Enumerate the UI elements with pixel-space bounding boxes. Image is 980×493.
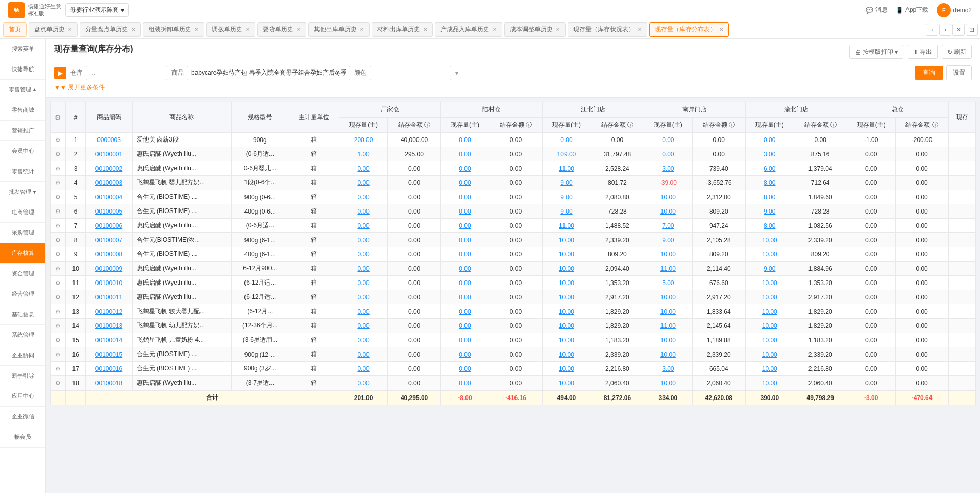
print-button[interactable]: 🖨 按模版打印 ▾: [849, 45, 903, 59]
row-settings[interactable]: ⚙: [51, 247, 66, 262]
close-icon[interactable]: ✕: [194, 27, 199, 32]
goods-input[interactable]: [187, 66, 350, 80]
tab-inventory-history[interactable]: 盘点单历史 ✕: [29, 22, 78, 37]
row-jiangbei-amount: 1,488.52: [591, 219, 644, 233]
sidebar-item-member-service[interactable]: 畅会员: [0, 427, 45, 448]
gear-icon[interactable]: ⚙: [55, 113, 61, 122]
close-icon[interactable]: ✕: [297, 27, 301, 32]
settings-column-header[interactable]: ⚙: [51, 102, 66, 133]
sidebar-item-ecommerce[interactable]: 电商管理: [0, 202, 45, 223]
search-collapse-button[interactable]: ▶: [54, 67, 66, 79]
expand-conditions-button[interactable]: ▼▼ 展开更多条件: [54, 83, 972, 92]
tab-stock-status[interactable]: 现存量（库存状况表） ✕: [568, 22, 647, 37]
sidebar-item-enterprise-wechat[interactable]: 企业微信: [0, 407, 45, 427]
row-settings[interactable]: ⚙: [51, 190, 66, 204]
footer-jiangbei-amount: 81,272.06: [591, 390, 644, 405]
row-settings[interactable]: ⚙: [51, 262, 66, 276]
row-total-amount: -200.00: [895, 133, 948, 147]
sidebar-item-retail-mgmt[interactable]: 零售管理 ▲: [0, 80, 45, 100]
tab-close-all-button[interactable]: ✕: [952, 24, 965, 36]
sidebar-item-enterprise[interactable]: 企业协同: [0, 345, 45, 366]
row-settings[interactable]: ⚙: [51, 133, 66, 147]
tab-transfer-history[interactable]: 调拨单历史 ✕: [206, 22, 255, 37]
tab-cost-adjust[interactable]: 成本调整单历史 ✕: [504, 22, 566, 37]
sidebar-item-wholesale[interactable]: 批发管理 ▼: [0, 182, 45, 202]
row-settings[interactable]: ⚙: [51, 147, 66, 161]
sidebar-item-member[interactable]: 会员中心: [0, 141, 45, 161]
row-total-amount: 0.00: [895, 204, 948, 219]
close-icon[interactable]: ✕: [360, 27, 364, 32]
sidebar-item-retail-stats[interactable]: 零售统计: [0, 161, 45, 182]
row-code: 00100006: [86, 219, 132, 233]
tab-material-outbound[interactable]: 材料出库单历史 ✕: [372, 22, 433, 37]
tab-stock-distribution[interactable]: 现存量（库存分布表） ✕: [649, 22, 729, 37]
row-settings[interactable]: ⚙: [51, 219, 66, 233]
table-row: ⚙ 1 0000003 爱他美 卤薪3段 900g 箱 200.00 40,00…: [51, 133, 976, 147]
sidebar-item-retail-mall[interactable]: 零售商城: [0, 100, 45, 121]
row-lujia-stock: 0.00: [441, 133, 489, 147]
industry-selector[interactable]: 母婴行业演示陈套 ▾: [65, 3, 129, 17]
tab-outbound-history[interactable]: 其他出库单历史 ✕: [308, 22, 370, 37]
tab-requisition-history[interactable]: 要货单历史 ✕: [257, 22, 306, 37]
warehouse-input[interactable]: [86, 66, 167, 80]
setting-button[interactable]: 设置: [946, 65, 972, 80]
sidebar-item-newbie[interactable]: 新手引导: [0, 366, 45, 386]
sidebar-item-operations[interactable]: 经营管理: [0, 284, 45, 304]
tab-assembly-history[interactable]: 组装拆卸单历史 ✕: [143, 22, 204, 37]
sidebar-item-finance[interactable]: 资金管理: [0, 264, 45, 284]
row-settings[interactable]: ⚙: [51, 276, 66, 290]
sidebar-item-purchase[interactable]: 采购管理: [0, 223, 45, 243]
tab-prev-button[interactable]: ‹: [926, 24, 938, 36]
row-yubei-stock: 9.00: [745, 204, 794, 219]
row-settings[interactable]: ⚙: [51, 290, 66, 304]
close-icon[interactable]: ✕: [493, 27, 497, 32]
row-unit: 箱: [288, 304, 339, 319]
unit-column-header: 主计量单位: [288, 102, 339, 133]
row-yubei-amount: 2,060.40: [794, 376, 847, 391]
sidebar-item-marketing[interactable]: 营销推广: [0, 121, 45, 141]
sidebar-item-quicknav[interactable]: 快捷导航: [0, 59, 45, 80]
close-icon[interactable]: ✕: [556, 27, 560, 32]
row-nanan-stock: 10.00: [644, 190, 693, 204]
row-jiangbei-amount: 809.20: [591, 247, 644, 262]
sidebar-item-app-center[interactable]: 应用中心: [0, 386, 45, 407]
row-settings[interactable]: ⚙: [51, 319, 66, 333]
row-settings[interactable]: ⚙: [51, 333, 66, 347]
export-button[interactable]: ⬆ 导出: [908, 45, 938, 59]
close-icon[interactable]: ✕: [131, 27, 135, 32]
footer-factory-stock: 201.00: [339, 390, 388, 405]
user-menu[interactable]: E demo2: [937, 3, 972, 17]
row-jiangbei-stock: 9.00: [543, 204, 591, 219]
tab-expand-button[interactable]: ⊡: [966, 24, 978, 36]
tab-next-button[interactable]: ›: [939, 24, 951, 36]
close-icon[interactable]: ✕: [423, 27, 427, 32]
sidebar-item-system[interactable]: 系统管理: [0, 325, 45, 345]
row-settings[interactable]: ⚙: [51, 233, 66, 247]
close-icon[interactable]: ✕: [68, 27, 72, 32]
close-icon[interactable]: ✕: [638, 27, 642, 32]
app-download-button[interactable]: 📱 App下载: [896, 6, 928, 14]
tab-home[interactable]: 首页: [3, 22, 27, 37]
tab-finished-goods[interactable]: 产成品入库单历史 ✕: [435, 22, 502, 37]
row-settings[interactable]: ⚙: [51, 161, 66, 176]
row-settings[interactable]: ⚙: [51, 204, 66, 219]
row-settings[interactable]: ⚙: [51, 362, 66, 376]
close-icon[interactable]: ✕: [246, 27, 250, 32]
query-button[interactable]: 查询: [915, 66, 943, 80]
row-lujia-stock: 0.00: [441, 161, 489, 176]
row-settings[interactable]: ⚙: [51, 176, 66, 190]
row-settings[interactable]: ⚙: [51, 347, 66, 362]
message-button[interactable]: 💬 消息: [866, 6, 888, 14]
row-yubei-amount: 2,917.20: [794, 290, 847, 304]
sidebar-item-basics[interactable]: 基础信息: [0, 304, 45, 325]
close-icon[interactable]: ✕: [719, 27, 723, 32]
refresh-button[interactable]: ↻ 刷新: [942, 45, 972, 59]
color-input[interactable]: [370, 66, 451, 80]
row-yubei-amount: 1,082.56: [794, 219, 847, 233]
row-settings[interactable]: ⚙: [51, 376, 66, 391]
sidebar-item-search[interactable]: 搜索英单: [0, 39, 45, 59]
sidebar-item-inventory[interactable]: 库存核算: [0, 243, 45, 264]
yubei-current-stock-header: 现存量(主): [745, 118, 794, 133]
row-settings[interactable]: ⚙: [51, 304, 66, 319]
tab-fraction-history[interactable]: 分量盘点单历史 ✕: [80, 22, 141, 37]
